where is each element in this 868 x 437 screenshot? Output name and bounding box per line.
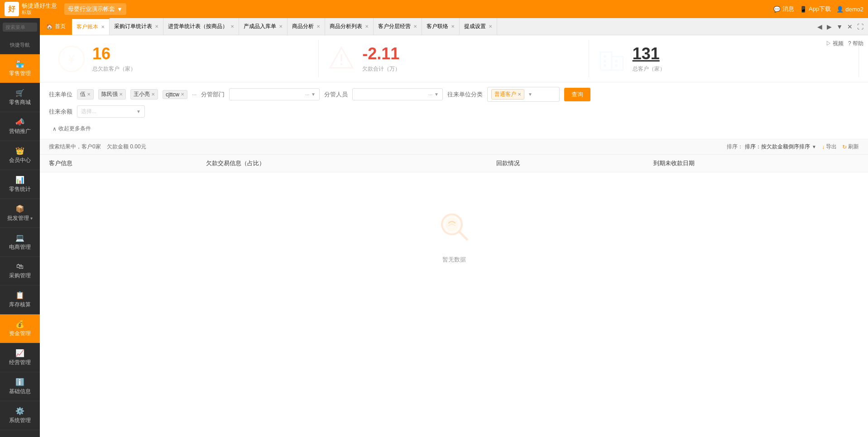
tab-close-goods[interactable]: ✕ [317, 24, 320, 29]
system-icon: ⚙️ [0, 407, 40, 415]
unit-class-select[interactable]: 普通客户 ✕ ▼ [487, 87, 560, 102]
top-right: 💬 消息 📱 App下载 👤 demo2 [773, 5, 863, 13]
finance-icon: 💰 [0, 320, 40, 328]
person-select[interactable]: ··· ▼ [352, 88, 443, 100]
debt-label: 欠款合计（万） [362, 65, 400, 73]
dept-select[interactable]: ··· ▼ [229, 88, 320, 100]
sidebar-search[interactable] [0, 18, 40, 36]
sidebar-item-wholesale[interactable]: 📦 批发管理 ▾ [0, 199, 40, 228]
refresh-button[interactable]: ↻ 刷新 [842, 143, 859, 151]
home-icon: 🏠 [46, 24, 53, 30]
col-debt-info: 欠款交易信息（占比） [197, 155, 487, 172]
tab-product-entry[interactable]: 产成品入库单 ✕ [239, 18, 288, 35]
total-customers-info: 131 总客户（家） [633, 44, 665, 73]
export-icon: ↓ [822, 144, 825, 150]
store-selector[interactable]: 母婴行业演示帐套 ▼ [64, 3, 126, 15]
refresh-label: 刷新 [848, 143, 859, 151]
amount-text: 欠款金额 0.00元 [107, 143, 146, 150]
sidebar-item-label: 基础信息 [9, 388, 31, 394]
dept-label: 分管部门 [201, 90, 225, 99]
sidebar-item-member[interactable]: 👑 会员中心 [0, 141, 40, 170]
tab-close-commission[interactable]: ✕ [489, 24, 492, 29]
inventory-icon: 📋 [0, 291, 40, 299]
sidebar-item-purchase[interactable]: 🛍 采购管理 [0, 257, 40, 285]
sidebar-item-marketing[interactable]: 📣 营销推广 [0, 112, 40, 141]
remove-tag-cjttcw[interactable]: ✕ [181, 92, 184, 97]
remove-tag-ordinary[interactable]: ✕ [518, 92, 521, 97]
tab-close-all-button[interactable]: ✕ [845, 22, 854, 31]
query-button[interactable]: 查询 [564, 88, 590, 101]
refresh-icon: ↻ [842, 144, 847, 150]
mall-icon: 🛒 [0, 89, 40, 97]
sidebar-item-finance[interactable]: 💰 资金管理 [0, 314, 40, 343]
tab-next-button[interactable]: ▶ [825, 22, 834, 31]
tab-customer-contact[interactable]: 客户联络 ✕ [422, 18, 460, 35]
tab-bar: 🏠 首页 客户账本 ✕ 采购订单统计表 ✕ 进货单统计表（按商品） ✕ 产成品入… [40, 18, 868, 35]
col-overdue-date: 到期未收款日期 [644, 155, 868, 172]
filter-row-2: 往来余额 选择... ▼ [49, 105, 859, 118]
sidebar-item-inventory[interactable]: 📋 库存核算 [0, 285, 40, 314]
remove-tag-chen[interactable]: ✕ [119, 92, 123, 97]
summary-help: ▷ 视频 ? 帮助 [826, 40, 863, 48]
tab-close-contact[interactable]: ✕ [451, 24, 455, 29]
search-input[interactable] [3, 23, 37, 32]
filter-more-button[interactable]: ··· [192, 91, 197, 98]
tab-close-inbound[interactable]: ✕ [230, 24, 234, 29]
results-text: 搜索结果中，客户0家 [49, 143, 101, 150]
user-avatar-button[interactable]: 👤 demo2 [836, 6, 863, 13]
help-button[interactable]: ? 帮助 [848, 40, 863, 48]
tab-close-product[interactable]: ✕ [279, 24, 283, 29]
tab-goods-list[interactable]: 商品分析列表 ✕ [325, 18, 374, 35]
tab-goods-analysis[interactable]: 商品分析 ✕ [288, 18, 325, 35]
tab-goods-analysis-label: 商品分析 [292, 23, 314, 30]
sidebar-item-label: 批发管理 [7, 215, 29, 221]
tab-commission-setting[interactable]: 提成设置 ✕ [460, 18, 497, 35]
sort-label: 排序： [727, 143, 743, 151]
app-download-button[interactable]: 📱 App下载 [800, 5, 831, 13]
tab-menu-button[interactable]: ▼ [834, 22, 844, 31]
sidebar-item-system[interactable]: ⚙️ 系统管理 [0, 401, 40, 430]
sidebar-item-label: 系统管理 [9, 417, 31, 423]
results-bar: 搜索结果中，客户0家 欠款金额 0.00元 排序： 排序：按欠款金额倒序排序 ▼… [40, 139, 868, 155]
collapse-button[interactable]: ∧ 收起更多条件 [49, 123, 95, 134]
tab-inbound-stats[interactable]: 进货单统计表（按商品） ✕ [163, 18, 239, 35]
tab-close-goods-list[interactable]: ✕ [365, 24, 369, 29]
collapse-label: 收起更多条件 [58, 125, 91, 133]
tab-purchase-order[interactable]: 采购订单统计表 ✕ [110, 18, 163, 35]
remove-tag-wang[interactable]: ✕ [151, 92, 155, 97]
sidebar-item-business[interactable]: 📈 经营管理 [0, 343, 40, 372]
tab-home[interactable]: 🏠 首页 [40, 18, 72, 35]
empty-text: 暂无数据 [442, 256, 466, 264]
ecommerce-icon: 💻 [0, 233, 40, 242]
main-content: ¥ 16 总欠款客户（家） [40, 35, 868, 437]
remove-tag-wu[interactable]: ✕ [87, 92, 91, 97]
sort-select[interactable]: 排序： 排序：按欠款金额倒序排序 ▼ [727, 143, 816, 151]
marketing-icon: 📣 [0, 118, 40, 126]
tab-maximize-button[interactable]: ⛶ [855, 22, 865, 31]
sidebar-item-retail-management[interactable]: 🏪 零售管理 [0, 54, 40, 83]
balance-select[interactable]: 选择... ▼ [77, 105, 145, 118]
sidebar-item-ecommerce[interactable]: 💻 电商管理 [0, 228, 40, 257]
avatar: 👤 [836, 6, 844, 13]
tab-customer-tier[interactable]: 客户分层经营 ✕ [374, 18, 422, 35]
sidebar-item-retail-stats[interactable]: 📊 零售统计 [0, 170, 40, 199]
logo-text: 畅捷通好生意 [22, 2, 57, 10]
sort-chevron-icon: ▼ [812, 144, 816, 149]
sidebar-item-enterprise[interactable]: 🤝 企业协同 [0, 430, 40, 437]
col-repayment: 回款情况 [487, 155, 644, 172]
tab-prev-button[interactable]: ◀ [815, 22, 824, 31]
tab-close-tier[interactable]: ✕ [413, 24, 417, 29]
tab-close-customer[interactable]: ✕ [101, 24, 105, 29]
export-button[interactable]: ↓ 导出 [822, 143, 837, 151]
tab-customer-account[interactable]: 客户账本 ✕ [72, 18, 110, 35]
sidebar-item-basic-info[interactable]: ℹ️ 基础信息 [0, 372, 40, 401]
video-button[interactable]: ▷ 视频 [826, 40, 844, 48]
store-name: 母婴行业演示帐套 [68, 5, 115, 13]
tab-close-purchase[interactable]: ✕ [155, 24, 158, 29]
sidebar-item-retail-mall[interactable]: 🛒 零售商城 [0, 83, 40, 112]
filter-tag-chen: 陈民强 ✕ [98, 89, 126, 100]
message-button[interactable]: 💬 消息 [773, 5, 794, 13]
filter-tag-wang: 王小亮 ✕ [130, 89, 158, 100]
tab-customer-account-label: 客户账本 [77, 23, 98, 31]
unit-class-label: 往来单位分类 [447, 90, 483, 99]
